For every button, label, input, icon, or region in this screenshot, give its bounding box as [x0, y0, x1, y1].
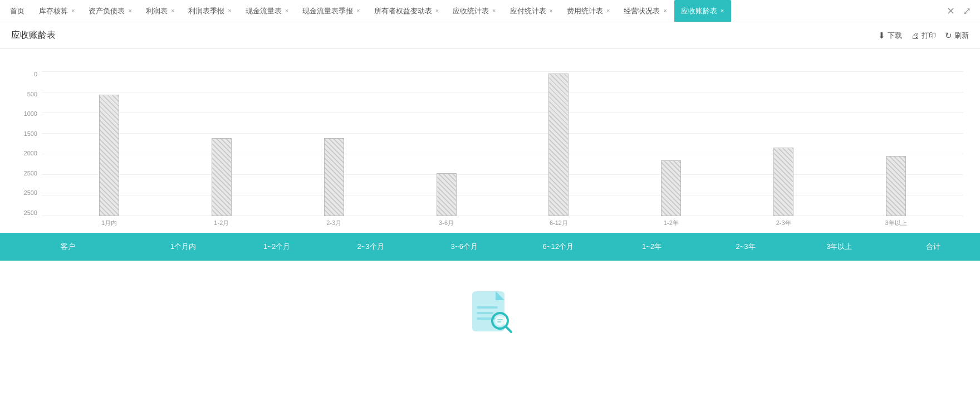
tab-balance-sheet-close[interactable]: × [128, 8, 131, 14]
tab-expense-stat-close[interactable]: × [606, 8, 610, 14]
window-maximize-button[interactable]: ⤢ [961, 3, 973, 19]
tab-profit-close[interactable]: × [171, 8, 174, 14]
tab-cashflow[interactable]: 现金流量表 × [239, 0, 296, 22]
y-label-2: 1000 [24, 111, 37, 117]
x-label-6: 2-3年 [767, 219, 800, 227]
refresh-label: 刷新 [954, 31, 969, 41]
page-header: 应收账龄表 ⬇ 下载 🖨 打印 ↻ 刷新 [0, 22, 980, 49]
y-axis: 2500 2500 2500 2000 1500 1000 500 0 [17, 71, 42, 227]
download-label: 下载 [888, 31, 902, 41]
x-label-0: 1月内 [92, 219, 126, 227]
x-axis-labels: 1月内 1-2月 2-3月 3-6月 6-12月 1-2年 2-3年 3年以上 [42, 219, 963, 227]
tab-cashflow-quarterly-close[interactable]: × [356, 8, 360, 14]
x-label-7: 3年以上 [879, 219, 913, 227]
download-icon: ⬇ [878, 31, 885, 41]
bar-year2-3 [773, 148, 793, 216]
tab-receivables-stat-label: 应收统计表 [453, 6, 489, 16]
y-label-3: 1500 [24, 131, 37, 137]
chart-area: 2500 2500 2500 2000 1500 1000 500 0 [0, 49, 980, 233]
refresh-icon: ↻ [945, 31, 952, 41]
bar-year1-2 [661, 160, 681, 216]
bar-group-6 [773, 148, 793, 216]
tab-balance-sheet-label: 资产负债表 [89, 6, 125, 16]
col-month1: 1个月内 [136, 242, 230, 252]
tab-equity[interactable]: 所有者权益变动表 × [367, 0, 446, 22]
refresh-button[interactable]: ↻ 刷新 [945, 31, 969, 41]
x-label-3: 3-6月 [430, 219, 463, 227]
bar-group-1 [212, 138, 232, 216]
tab-expense-stat[interactable]: 费用统计表 × [560, 0, 617, 22]
bar-group-5 [661, 160, 681, 216]
y-label-5: 2500 [24, 170, 37, 177]
tab-balance-sheet[interactable]: 资产负债表 × [82, 0, 139, 22]
tab-cashflow-quarterly-label: 现金流量表季报 [302, 6, 353, 16]
svg-rect-9 [497, 321, 501, 322]
empty-state [0, 261, 980, 401]
svg-rect-2 [477, 306, 498, 309]
col-month3-6: 3~6个月 [418, 242, 511, 252]
col-customer: 客户 [0, 242, 136, 252]
tab-inventory-close[interactable]: × [71, 8, 75, 14]
print-label: 打印 [922, 31, 936, 41]
y-label-1: 500 [27, 91, 37, 97]
bar-month6-12 [548, 74, 569, 216]
chart-body: 1月内 1-2月 2-3月 3-6月 6-12月 1-2年 2-3年 3年以上 [42, 71, 963, 227]
svg-line-7 [506, 326, 511, 332]
empty-illustration [462, 283, 518, 339]
bar-month1 [99, 95, 119, 216]
chart-wrapper: 2500 2500 2500 2000 1500 1000 500 0 [17, 60, 963, 227]
col-month1-2: 1~2个月 [230, 242, 324, 252]
tab-home[interactable]: 首页 [2, 0, 32, 22]
print-button[interactable]: 🖨 打印 [911, 31, 936, 41]
col-month2-3: 2~3个月 [324, 242, 417, 252]
main-content: 2500 2500 2500 2000 1500 1000 500 0 [0, 49, 980, 401]
tab-receivables-aging-label: 应收账龄表 [681, 6, 717, 16]
tab-profit-quarterly-label: 利润表季报 [188, 6, 224, 16]
bar-month2-3 [324, 138, 344, 216]
tab-inventory[interactable]: 库存核算 × [32, 0, 82, 22]
tab-profit[interactable]: 利润表 × [139, 0, 182, 22]
bar-month3-6 [437, 173, 457, 216]
y-label-4: 2000 [24, 150, 37, 157]
header-actions: ⬇ 下载 🖨 打印 ↻ 刷新 [878, 31, 969, 41]
tab-operations-close[interactable]: × [663, 8, 667, 14]
tab-receivables-stat-close[interactable]: × [492, 8, 496, 14]
tab-receivables-aging-close[interactable]: × [721, 8, 724, 14]
tab-cashflow-close[interactable]: × [285, 8, 288, 14]
window-close-button[interactable]: ✕ [944, 3, 957, 19]
tab-operations[interactable]: 经营状况表 × [617, 0, 674, 22]
tab-equity-close[interactable]: × [435, 8, 439, 14]
empty-icon [462, 283, 518, 339]
page-title: 应收账龄表 [11, 30, 56, 41]
download-button[interactable]: ⬇ 下载 [878, 31, 902, 41]
svg-rect-3 [477, 312, 493, 314]
table-header: 客户 1个月内 1~2个月 2~3个月 3~6个月 6~12个月 1~2年 2~… [0, 233, 980, 261]
tab-profit-quarterly-close[interactable]: × [228, 8, 231, 14]
col-total: 合计 [886, 242, 980, 252]
tab-cashflow-quarterly[interactable]: 现金流量表季报 × [296, 0, 367, 22]
svg-point-6 [495, 316, 505, 326]
window-actions: ✕ ⤢ [944, 3, 978, 19]
tab-payables-stat-close[interactable]: × [550, 8, 553, 14]
tab-profit-quarterly[interactable]: 利润表季报 × [182, 0, 238, 22]
bar-month1-2 [212, 138, 232, 216]
y-label-6: 2500 [24, 190, 37, 196]
x-label-2: 2-3月 [317, 219, 351, 227]
col-year3plus: 3年以上 [792, 242, 886, 252]
tab-bar: 首页 库存核算 × 资产负债表 × 利润表 × 利润表季报 × 现金流量表 × … [0, 0, 980, 22]
tab-payables-stat[interactable]: 应付统计表 × [503, 0, 560, 22]
print-icon: 🖨 [911, 31, 919, 40]
svg-rect-8 [497, 319, 503, 320]
x-label-1: 1-2月 [205, 219, 238, 227]
bar-group-0 [99, 95, 119, 216]
bar-group-7 [886, 156, 906, 216]
bar-group-2 [324, 138, 344, 216]
col-year2-3: 2~3年 [699, 242, 792, 252]
tab-receivables-stat[interactable]: 应收统计表 × [446, 0, 503, 22]
tab-equity-label: 所有者权益变动表 [374, 6, 432, 16]
tab-profit-label: 利润表 [146, 6, 168, 16]
tab-receivables-aging[interactable]: 应收账龄表 × [674, 0, 731, 22]
bar-group-4 [548, 74, 569, 216]
y-label-0: 0 [34, 71, 37, 77]
x-label-5: 1-2年 [654, 219, 688, 227]
